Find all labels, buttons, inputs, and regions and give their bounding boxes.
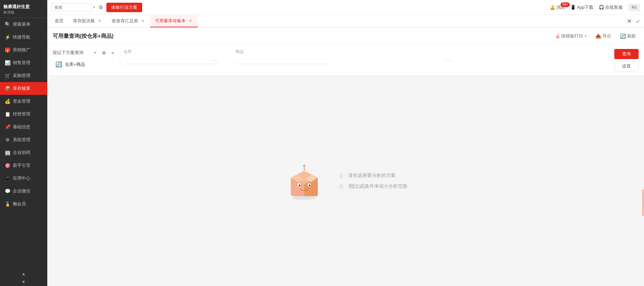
sidebar-item-label: 企业协同 — [13, 150, 30, 156]
gear-icon[interactable]: ⚙ — [98, 4, 104, 11]
collapse-scheme-button[interactable]: « — [109, 49, 117, 56]
sidebar-item-marketing[interactable]: 🎁 营销推广 — [0, 44, 47, 56]
sidebar-item-label: 经营管理 — [13, 111, 30, 117]
pin-icon: 📌 — [5, 124, 10, 130]
app-download-button[interactable]: 📱 App下载 — [570, 4, 593, 10]
sidebar-item-label: 资金管理 — [13, 98, 30, 104]
refresh-button[interactable]: 🔄 刷新 — [617, 32, 639, 41]
medal-icon: 🏅 — [5, 201, 10, 207]
export-icon: 📤 — [595, 33, 601, 39]
sidebar-item-appstore[interactable]: 📱 应用中心 — [0, 172, 47, 185]
sidebar-item-search[interactable]: 🔍 搜索菜单 — [0, 18, 47, 31]
scheme-item-warehouse-product[interactable]: 🔄 仓库+商品 — [53, 59, 117, 70]
scrollbar-accent — [642, 189, 644, 216]
warehouse-more-icon[interactable]: … — [211, 56, 217, 63]
sidebar-item-label: 畅会员 — [13, 201, 26, 207]
expand-tabs-button[interactable]: ⤢ — [635, 17, 641, 25]
filter-right-actions: 查询 设置 — [614, 49, 639, 71]
sidebar-item-label: 库存核算 — [13, 85, 30, 92]
search-dropdown-icon[interactable]: ▾ — [93, 5, 95, 9]
chart-icon: 📊 — [5, 60, 10, 66]
sidebar-item-system[interactable]: ⚙ 系统管理 — [0, 133, 47, 146]
product-filter-input[interactable] — [236, 56, 330, 64]
edition-label: 标准版 — [3, 10, 44, 15]
building-icon: 🏢 — [5, 150, 10, 155]
gift-icon: 🎁 — [5, 47, 10, 53]
scheme-refresh-icon: 🔄 — [55, 61, 62, 68]
filter-conditions: 仓库 … 商品 … — [124, 49, 611, 64]
add-scheme-button[interactable]: ＋ — [92, 49, 99, 56]
close-all-tabs-button[interactable]: ✕ — [625, 16, 633, 26]
tab-batch-close[interactable]: ✕ — [97, 18, 102, 24]
user-menu[interactable]: Rit — [628, 4, 640, 11]
sidebar-item-inventory[interactable]: 📦 库存核算 — [0, 82, 47, 95]
refresh-label: 刷新 — [627, 33, 636, 39]
tab-inventory-summary[interactable]: 收发存汇总表 ✕ — [107, 15, 150, 27]
message-badge: 99+ — [561, 2, 570, 7]
chevron-down-icon: ▼ — [22, 280, 26, 284]
warehouse-filter-field: 仓库 … — [124, 49, 218, 64]
chat-icon: 💬 — [5, 188, 10, 194]
warehouse-filter-input[interactable] — [124, 56, 218, 64]
tab-home[interactable]: 首页 — [50, 15, 68, 27]
sidebar-item-operation[interactable]: 📋 经营管理 — [0, 108, 47, 121]
sidebar-item-wechat[interactable]: 💬 企业微信 — [0, 185, 47, 198]
sidebar-scroll-down[interactable]: ▼ — [0, 278, 47, 286]
sidebar-item-label: 销售管理 — [13, 60, 30, 66]
scheme-item-label: 仓库+商品 — [65, 61, 85, 68]
refresh-icon: 🔄 — [620, 33, 626, 39]
export-label: 导出 — [602, 33, 611, 39]
product-more-icon[interactable]: … — [445, 56, 451, 63]
sidebar-item-shortcut[interactable]: ⚡ 快捷导航 — [0, 31, 47, 44]
export-button[interactable]: 📤 导出 — [593, 32, 614, 41]
topbar: ▾ ⚙ 体验行业方案 🔔 消息 99+ 📱 App下载 🎧 在线客服 Rit — [47, 0, 644, 15]
sidebar-item-sales[interactable]: 📊 销售管理 — [0, 56, 47, 69]
print-dropdown-icon[interactable]: ▾ — [585, 34, 587, 38]
sidebar-item-enterprise[interactable]: 🏢 企业协同 — [0, 146, 47, 159]
sidebar-menu: 🔍 搜索菜单 ⚡ 快捷导航 🎁 营销推广 📊 销售管理 🛒 采购管理 📦 库存核… — [0, 18, 47, 270]
topbar-right: 🔔 消息 99+ 📱 App下载 🎧 在线客服 Rit — [550, 4, 640, 11]
tab-batch[interactable]: 库存批次账 ✕ — [68, 15, 107, 27]
search-input[interactable] — [51, 3, 92, 11]
svg-point-11 — [303, 164, 306, 167]
app-label: App下载 — [577, 4, 593, 10]
phone-icon: 📱 — [570, 5, 576, 10]
tab-available-stock-close[interactable]: ✕ — [188, 18, 193, 24]
sidebar-item-vip[interactable]: 🏅 畅会员 — [0, 198, 47, 210]
tab-available-stock[interactable]: 可用量库存账本 ✕ — [150, 15, 198, 27]
tab-inventory-summary-close[interactable]: ✕ — [140, 18, 146, 24]
filter-row: 仓库 … 商品 … — [124, 49, 611, 64]
sidebar-item-label: 新手引导 — [13, 162, 30, 168]
sidebar-item-label: 搜索菜单 — [13, 21, 30, 27]
clipboard-icon: 📋 — [5, 111, 10, 117]
filter-area: 按以下方案查询 ＋ ⊕ « 🔄 仓库+商品 仓库 — [47, 45, 644, 76]
tab-batch-label: 库存批次账 — [73, 18, 95, 24]
sidebar: 畅康通好生意 标准版 🔍 搜索菜单 ⚡ 快捷导航 🎁 营销推广 📊 销售管理 🛒… — [0, 0, 47, 286]
tabs-bar: 首页 库存批次账 ✕ 收发存汇总表 ✕ 可用量库存账本 ✕ ✕ ⤢ — [47, 15, 644, 28]
shortcut-icon: ⚡ — [5, 34, 10, 40]
trial-btn[interactable]: 体验行业方案 — [106, 3, 142, 12]
customer-service-button[interactable]: 🎧 在线客服 — [599, 4, 623, 10]
message-button[interactable]: 🔔 消息 99+ — [550, 4, 565, 10]
money-icon: 💰 — [5, 99, 10, 104]
service-label: 在线客服 — [605, 4, 623, 10]
sidebar-item-label: 采购管理 — [13, 73, 30, 79]
gear-icon: ⚙ — [5, 137, 10, 142]
tabs-right-actions: ✕ ⤢ — [625, 16, 644, 26]
svg-point-9 — [309, 184, 310, 186]
sidebar-item-finance[interactable]: 💰 资金管理 — [0, 95, 47, 108]
sidebar-item-purchase[interactable]: 🛒 采购管理 — [0, 69, 47, 82]
settings-button[interactable]: 设置 — [614, 61, 639, 71]
sidebar-item-label: 系统管理 — [13, 137, 30, 143]
query-button[interactable]: 查询 — [614, 49, 639, 59]
mobile-icon: 📱 — [5, 176, 10, 181]
sidebar-scroll-up[interactable]: ▲ — [0, 270, 47, 278]
manage-scheme-button[interactable]: ⊕ — [100, 49, 108, 56]
page-actions: 🖨 按模板打印 ▾ 📤 导出 🔄 刷新 — [552, 32, 639, 41]
box-icon: 📦 — [5, 86, 10, 91]
svg-point-8 — [299, 184, 300, 186]
empty-state: 1 请先选择要分析的方案 2 用[过滤]条件来缩小分析范围 — [47, 76, 644, 286]
sidebar-item-basic[interactable]: 📌 基础信息 — [0, 121, 47, 133]
sidebar-item-newbie[interactable]: 🎯 新手引导 — [0, 159, 47, 172]
print-button[interactable]: 🖨 按模板打印 ▾ — [552, 32, 589, 41]
